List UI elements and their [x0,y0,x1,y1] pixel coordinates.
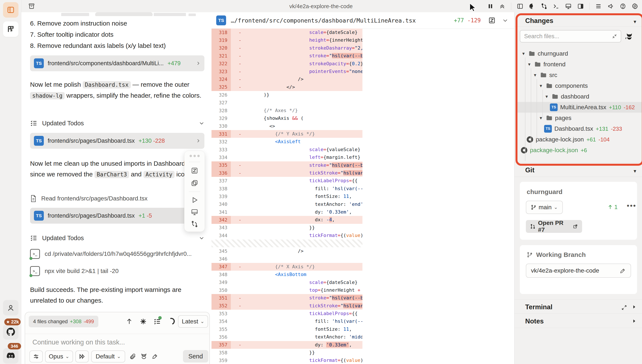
git-compare-icon[interactable] [541,3,547,10]
tree-folder-row[interactable]: ▾dashboard [517,91,642,102]
success-dot [30,257,33,260]
diff-view-icon[interactable] [488,16,496,24]
collapse-up-icon[interactable] [499,3,505,10]
section-caret-icon[interactable]: ▾ [634,168,636,174]
diff-row: 353tickLabelProps={{ [212,310,362,318]
monitor-icon[interactable] [565,3,572,10]
tree-folder-row[interactable]: ▾src [517,70,642,80]
tree-file-row[interactable]: package-lock.json+61-104 [517,134,642,145]
workspace-rail: 22k 346 [0,0,22,364]
diff-row: 355fontSize: 11, [212,325,362,333]
open-pr-button[interactable]: Open PR #7 [526,220,582,233]
caret-down-icon[interactable]: ▾ [544,94,549,99]
branch-dropdown[interactable]: main⌄ [526,201,563,214]
account-button[interactable] [3,300,19,316]
caret-down-icon[interactable]: ▾ [527,62,532,67]
notes-section-title[interactable]: Notes [525,318,544,325]
expand-icon[interactable] [621,304,627,310]
chevron-right-icon[interactable] [631,304,637,310]
search-files-input[interactable] [524,33,609,40]
clipped-message-row [22,12,212,16]
fast-forward-button[interactable] [75,350,89,362]
diff-row: 338fill: 'hsl(var(--m [212,185,362,192]
git-compare-icon[interactable] [191,220,198,228]
tree-folder-row[interactable]: ▾frontend [517,59,642,70]
model-dropdown[interactable]: Opus⌄ [45,350,73,362]
file-diff-chip[interactable]: TS frontend/src/pages/Dashboard.tsx +1 -… [30,208,204,224]
diff-row: 328{/* Axes */} [212,107,362,114]
checklist-icon [30,120,37,127]
spark-icon[interactable] [140,318,147,325]
section-caret-icon[interactable]: ▾ [634,19,636,25]
diff-row: 331-{/* Y Axis */} [212,130,362,138]
menu-icon[interactable] [595,3,602,10]
pause-icon[interactable] [487,3,493,10]
terminal-prompt-icon[interactable] [553,3,559,10]
version-dropdown[interactable]: Latest⌄ [178,315,208,328]
cat-agent-icon[interactable] [140,352,148,360]
theme-contrast-icon[interactable] [529,3,535,10]
send-button[interactable]: Send [183,350,208,362]
discord-button[interactable] [3,348,19,364]
workspace-tile-board[interactable] [3,22,19,37]
panel-left-icon[interactable] [517,3,523,10]
tree-file-row[interactable]: TSDashboard.tsx+131-233 [517,124,642,134]
highlighter-pen-icon[interactable] [151,353,158,360]
updated-todos-row[interactable]: Updated Todos [30,234,204,242]
cat-files-icon[interactable] [625,32,634,41]
panel-right-icon[interactable] [577,3,584,10]
chevron-down-icon[interactable] [199,235,204,241]
workspace-tile-active[interactable] [3,2,19,18]
diff-row: 335-stroke="hsl(var(--bo [212,162,362,169]
composer-input[interactable]: Continue working on this task... [33,338,125,346]
github-button[interactable] [3,324,19,340]
collapse-tree-icon[interactable] [612,34,617,39]
run-play-icon[interactable] [191,196,198,204]
chevron-down-icon[interactable] [502,18,508,24]
mode-dropdown[interactable]: Default⌄ [91,350,125,362]
changes-section-title[interactable]: Changes [525,17,553,25]
toolbar-divider [511,2,511,10]
composer-settings-button[interactable] [30,350,43,362]
caret-down-icon[interactable]: ▾ [538,83,543,89]
todo-list-icon[interactable] [154,318,161,325]
chevron-right-icon[interactable] [631,318,637,324]
git-section-title[interactable]: Git [525,166,534,174]
read-file-row[interactable]: Read frontend/src/pages/Dashboard.tsx [30,195,148,202]
more-menu-icon[interactable]: ••• [627,202,636,210]
tree-file-row[interactable]: package-lock.json+6 [517,145,642,156]
terminal-command-row[interactable]: >_ npx vite build 2>&1 | tail -20 [30,266,119,276]
push-ahead-count[interactable]: 1 [607,204,618,210]
updated-todos-row[interactable]: Updated Todos [30,120,204,127]
chevron-down-icon[interactable] [199,120,204,126]
external-link-icon [573,224,578,229]
typescript-icon: TS [544,125,552,133]
terminal-command-row[interactable]: >_ cd /private/var/folders/10/h7w0q46556… [30,249,192,259]
right-sidebar: Changes ▾ ▾churnguard▾frontend▾src▾compo… [514,12,642,364]
working-branch-input[interactable]: vk/4e2a-explore-the-code [526,264,631,278]
diff-row: 327 [212,99,362,107]
settings-gear-icon[interactable] [632,3,638,10]
caret-down-icon[interactable]: ▾ [521,51,526,56]
edit-diff-icon[interactable] [191,167,198,174]
megaphone-icon[interactable] [607,3,614,10]
help-icon[interactable] [620,3,626,10]
file-diff-chip[interactable]: TS frontend/src/components/dashboard/Mul… [30,55,204,71]
copy-icon[interactable] [191,179,198,187]
tree-folder-row[interactable]: ▾components [517,80,642,91]
file-diff-chip[interactable]: TS frontend/src/pages/Dashboard.tsx +130… [30,133,204,149]
tree-folder-row[interactable]: ▾churnguard [517,48,642,59]
drag-handle-icon[interactable] [190,155,200,157]
typescript-icon: TS [216,16,226,25]
caret-down-icon[interactable]: ▾ [532,72,538,78]
repo-name: churnguard [527,188,562,196]
tree-file-row[interactable]: TSMultiLineArea.tsx+110-162 [517,102,642,113]
scroll-up-icon[interactable] [126,318,133,325]
attach-paperclip-icon[interactable] [130,353,136,360]
files-changed-chip[interactable]: 4 files changed +308 -499 [29,316,98,327]
assistant-message: Now let me polish Dashboard.tsx — remove… [30,79,204,101]
monitor-icon[interactable] [191,208,198,216]
tree-folder-row[interactable]: ▾pages [517,113,642,124]
search-files-box[interactable] [520,30,621,42]
terminal-section-title[interactable]: Terminal [525,303,552,311]
